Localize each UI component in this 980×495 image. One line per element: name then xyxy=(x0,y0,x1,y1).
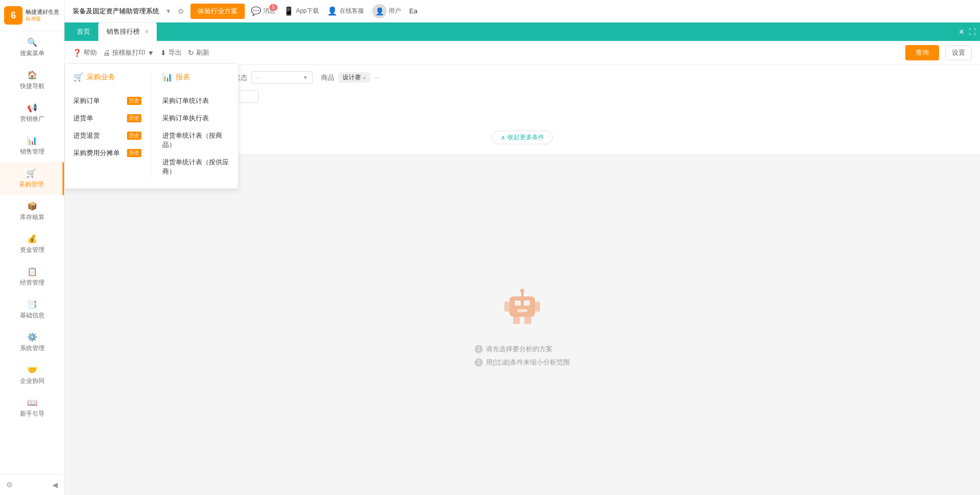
empty-icon xyxy=(497,281,548,332)
svg-rect-0 xyxy=(509,296,535,317)
basic-icon: 📑 xyxy=(27,299,37,309)
refresh-icon: ↻ xyxy=(188,49,194,57)
empty-hint-2: 2 用[过滤]条件来缩小分析范围 xyxy=(475,356,569,369)
inbound-order-item[interactable]: 进货单 历史 xyxy=(73,110,141,127)
topbar: 装备及固定资产辅助管理系统 ▼ ⚙ 体验行业方案 💬 消息 5 📱 App下载 … xyxy=(65,0,980,23)
empty-state: 1 请先选择要分析的方案 2 用[过滤]条件来缩小分析范围 xyxy=(65,155,980,495)
guide-icon: 📖 xyxy=(27,398,37,407)
print-dropdown-icon: ▼ xyxy=(147,49,154,57)
purchase-order-item[interactable]: 采购订单 历史 xyxy=(73,92,141,110)
collapse-up-icon: ∧ xyxy=(501,134,505,141)
topbar-gear-icon[interactable]: ⚙ xyxy=(178,7,184,15)
detection-text: Ea xyxy=(409,7,417,15)
tab-expand-icon[interactable]: ⛶ xyxy=(969,28,976,36)
inbound-stats-supplier-item[interactable]: 进货单统计表（按供应商） xyxy=(162,154,230,180)
sidebar-item-quick-nav[interactable]: 🏠 快捷导航 xyxy=(0,64,64,97)
tab-close-all-icon[interactable]: ✕ xyxy=(958,28,965,36)
tab-close-icon[interactable]: × xyxy=(145,28,148,35)
sidebar-item-inventory[interactable]: 📦 库存核算 xyxy=(0,195,64,228)
doc-status-dropdown[interactable]: ··· ▼ xyxy=(251,71,313,84)
marketing-icon: 📢 xyxy=(27,103,37,113)
sidebar-item-purchase[interactable]: 🛒 采购管理 xyxy=(0,162,64,195)
sidebar-item-marketing[interactable]: 📢 营销推广 xyxy=(0,97,64,130)
svg-point-5 xyxy=(520,289,524,293)
empty-hint-1: 1 请先选择要分析的方案 xyxy=(475,342,569,356)
user-avatar: 👤 xyxy=(372,4,387,18)
online-service-btn[interactable]: 👤 在线客服 xyxy=(327,6,364,16)
svg-rect-9 xyxy=(524,317,531,324)
phone-icon: 📱 xyxy=(284,6,294,16)
logo-area: 6 畅捷通好生意 标准版 xyxy=(0,0,64,31)
inbound-stats-goods-item[interactable]: 进货单统计表（按商品） xyxy=(162,127,230,154)
purchase-fee-history-badge: 历史 xyxy=(127,149,141,157)
svg-rect-3 xyxy=(517,309,527,312)
report-col-icon: 📊 xyxy=(162,72,173,82)
logo-text: 畅捷通好生意 xyxy=(26,8,59,15)
help-icon: ❓ xyxy=(73,49,81,57)
app-download-btn[interactable]: 📱 App下载 xyxy=(284,6,319,16)
system-icon: ⚙️ xyxy=(27,332,37,342)
sidebar-item-operation[interactable]: 📋 经营管理 xyxy=(0,261,64,293)
sidebar-item-basic[interactable]: 📑 基础信息 xyxy=(0,293,64,326)
tab-home[interactable]: 首页 xyxy=(69,23,98,41)
goods-filter: 商品 设计赛 × ··· xyxy=(321,72,380,83)
goods-tag-close[interactable]: × xyxy=(363,75,366,81)
cooperation-icon: 🤝 xyxy=(27,365,37,375)
purchase-order-stats-item[interactable]: 采购订单统计表 xyxy=(162,92,230,110)
home-icon: 🏠 xyxy=(27,70,37,80)
export-btn[interactable]: ⬇ 导出 xyxy=(160,48,182,57)
report-col: 📊 报表 采购订单统计表 采购订单执行表 进货单统计表（按商品） 进货单统计表（… xyxy=(162,72,230,180)
purchase-fee-item[interactable]: 采购费用分摊单 历史 xyxy=(73,144,141,162)
sidebar-item-sales[interactable]: 📊 销售管理 xyxy=(0,130,64,162)
goods-tag: 设计赛 × xyxy=(338,72,370,83)
sidebar-item-system[interactable]: ⚙️ 系统管理 xyxy=(0,326,64,359)
goods-label: 商品 xyxy=(321,73,334,82)
toolbar: ❓ 帮助 🖨 按模板打印 ▼ ⬇ 导出 ↻ xyxy=(65,41,980,65)
sidebar-item-finance[interactable]: 💰 资金管理 xyxy=(0,228,64,261)
doc-status-arrow: ▼ xyxy=(303,75,308,80)
logo-badge: 标准版 xyxy=(26,15,59,23)
purchase-order-exec-item[interactable]: 采购订单执行表 xyxy=(162,110,230,127)
dropdown-divider xyxy=(152,72,152,180)
purchase-col-icon: 🛒 xyxy=(73,72,83,82)
refresh-btn[interactable]: ↻ 刷新 xyxy=(188,48,209,57)
settings-btn[interactable]: 设置 xyxy=(945,45,972,60)
inbound-order-history-badge: 历史 xyxy=(127,114,141,122)
message-badge: 5 xyxy=(269,4,278,11)
message-btn[interactable]: 💬 消息 5 xyxy=(251,6,275,16)
goods-filter-more[interactable]: ··· xyxy=(374,74,380,81)
svg-rect-2 xyxy=(524,300,530,306)
inbound-return-item[interactable]: 进货退货 历史 xyxy=(73,127,141,144)
svg-rect-7 xyxy=(535,302,540,312)
print-btn[interactable]: 🖨 按模板打印 ▼ xyxy=(103,48,154,57)
purchase-col: 🛒 采购业务 采购订单 历史 进货单 历史 进货退货 历史 xyxy=(73,72,141,180)
tab-sales-ranking[interactable]: 销售排行榜 × xyxy=(98,23,157,41)
industry-btn[interactable]: 体验行业方案 xyxy=(190,4,245,19)
service-icon: 👤 xyxy=(327,6,337,16)
collapse-btn[interactable]: ∧ 收起更多条件 xyxy=(492,131,553,144)
operation-icon: 📋 xyxy=(27,267,37,276)
export-icon: ⬇ xyxy=(160,49,166,57)
sidebar-item-cooperation[interactable]: 🤝 企业协同 xyxy=(0,359,64,392)
purchase-icon: 🛒 xyxy=(26,168,36,178)
purchase-col-title: 🛒 采购业务 xyxy=(73,72,141,86)
inbound-return-history-badge: 历史 xyxy=(127,132,141,140)
svg-rect-8 xyxy=(513,317,520,324)
sidebar-item-guide[interactable]: 📖 新手引导 xyxy=(0,392,64,424)
sidebar-settings-btn[interactable]: ⚙ xyxy=(6,481,13,489)
query-btn[interactable]: 查询 xyxy=(905,45,939,60)
user-menu-btn[interactable]: 👤 用户 xyxy=(372,4,401,18)
main-area: 装备及固定资产辅助管理系统 ▼ ⚙ 体验行业方案 💬 消息 5 📱 App下载 … xyxy=(65,0,980,495)
search-icon: 🔍 xyxy=(27,37,37,47)
topbar-dropdown-arrow[interactable]: ▼ xyxy=(165,8,172,15)
sidebar-item-search[interactable]: 🔍 搜索菜单 xyxy=(0,31,64,64)
system-title: 装备及固定资产辅助管理系统 xyxy=(73,7,159,16)
sidebar-footer: ⚙ ◀ xyxy=(0,474,64,495)
tabbar: 首页 销售排行榜 × ✕ ⛶ xyxy=(65,23,980,41)
purchase-order-history-badge: 历史 xyxy=(127,97,141,105)
sidebar-collapse-btn[interactable]: ◀ xyxy=(52,481,58,489)
message-icon: 💬 xyxy=(251,6,261,16)
inventory-icon: 📦 xyxy=(27,201,37,211)
svg-rect-1 xyxy=(515,300,521,306)
help-btn[interactable]: ❓ 帮助 xyxy=(73,48,97,57)
